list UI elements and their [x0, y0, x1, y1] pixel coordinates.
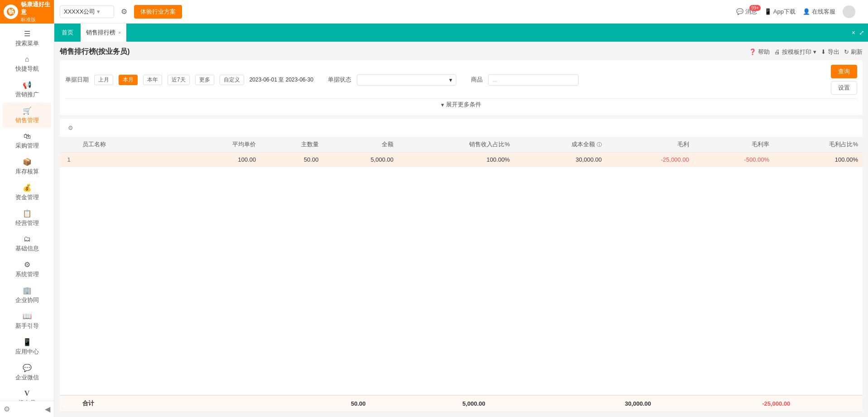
filter-area: 单据日期 上月 本月 本年 近7天 更多 自定义 2023-06-01 至 20… — [60, 60, 863, 115]
sidebar-item-marketing[interactable]: 📢 营销推广 — [3, 77, 51, 102]
finance-icon: 💰 — [23, 183, 32, 192]
date-btn-custom[interactable]: 自定义 — [220, 75, 244, 85]
sidebar-settings-icon[interactable]: ⚙ — [4, 405, 10, 413]
export-button[interactable]: ⬇ 导出 — [821, 48, 839, 56]
search-menu-icon: ☰ — [24, 29, 30, 38]
service-label: 在线客服 — [812, 8, 835, 16]
appcenter-icon: 📱 — [23, 338, 32, 346]
avatar — [843, 5, 855, 18]
home-tab-label: 首页 — [62, 29, 73, 37]
col-cost: 成本全额 ⓘ — [514, 137, 606, 153]
tab-close-icon[interactable]: × — [118, 30, 121, 35]
app-icon: 📱 — [764, 8, 772, 15]
page-header: 销售排行榜(按业务员) ❓ 帮助 🖨 按模板打印 ▾ ⬇ 导出 ↻ 刷新 — [60, 47, 863, 57]
data-table: 员工名称 平均单价 主数量 全额 销售收入占比% 成本全额 ⓘ 毛利 毛利率 毛… — [60, 137, 863, 167]
goods-placeholder: ... — [492, 77, 497, 83]
enterprise-icon: 🏢 — [23, 286, 32, 295]
expand-filters-button[interactable]: ▾ 展开更多条件 — [65, 98, 857, 110]
cell-cost: 30,000.00 — [514, 153, 606, 167]
cell-rank: 1 — [60, 153, 78, 167]
window-restore-icon[interactable]: ⤢ — [859, 29, 864, 36]
filter-row-1: 单据日期 上月 本月 本年 近7天 更多 自定义 2023-06-01 至 20… — [65, 65, 857, 95]
sidebar-item-wechat[interactable]: 💬 企业微信 — [3, 360, 51, 385]
sidebar-item-operations[interactable]: 📋 经营管理 — [3, 206, 51, 231]
window-close-icon[interactable]: × — [852, 29, 855, 36]
sidebar-item-purchase[interactable]: 🛍 采购管理 — [3, 129, 51, 153]
sidebar-nav: ☰ 搜索菜单 ⌂ 快捷导航 📢 营销推广 🛒 销售管理 🛍 采购管理 📦 库存核… — [0, 24, 54, 401]
sidebar-item-label: 搜索菜单 — [15, 39, 39, 48]
template-print-button[interactable]: 🖨 按模板打印 ▾ — [774, 48, 816, 56]
date-range-display: 2023-06-01 至 2023-06-30 — [249, 76, 313, 84]
footer-qty: 50.00 — [281, 396, 370, 412]
topbar-message[interactable]: 💬 消息 99+ — [736, 8, 757, 16]
sidebar-item-label: 经营管理 — [15, 219, 39, 227]
wechat-icon: 💬 — [23, 364, 32, 372]
date-btn-this-year[interactable]: 本年 — [143, 75, 162, 85]
sidebar-item-finance[interactable]: 💰 资金管理 — [3, 180, 51, 205]
sidebar-item-quicknav[interactable]: ⌂ 快捷导航 — [3, 52, 51, 77]
topbar-app-download[interactable]: 📱 App下载 — [764, 8, 796, 16]
sidebar-item-label: 快捷导航 — [15, 65, 39, 73]
date-label: 单据日期 — [65, 76, 89, 84]
sidebar-item-search[interactable]: ☰ 搜索菜单 — [3, 26, 51, 51]
topbar-online-service[interactable]: 👤 在线客服 — [803, 8, 835, 16]
col-gross-rate: 毛利率 — [694, 137, 774, 153]
sidebar-bottom: ⚙ ◀ — [0, 401, 54, 417]
sidebar-item-label: 应用中心 — [15, 348, 39, 356]
settings-button[interactable]: 设置 — [831, 81, 857, 95]
sidebar-item-label: 库存核算 — [15, 168, 39, 176]
company-selector[interactable]: XXXXX公司 ▾ — [60, 5, 114, 18]
sales-icon: 🛒 — [23, 106, 32, 115]
cell-sales-pct: 100.00% — [398, 153, 514, 167]
footer-avg-price — [247, 396, 281, 412]
sidebar-item-label: 新手引导 — [15, 322, 39, 330]
footer-label: 合计 — [78, 396, 247, 412]
topbar-right: 💬 消息 99+ 📱 App下载 👤 在线客服 — [736, 5, 863, 18]
date-btn-this-month[interactable]: 本月 — [119, 75, 138, 85]
table-area: ⚙ 员工名称 平均单价 主数量 全额 销售收入占比% 成本全额 ⓘ 毛利 — [60, 119, 863, 412]
sidebar-item-inventory[interactable]: 📦 库存核算 — [3, 154, 51, 179]
sidebar-item-enterprise[interactable]: 🏢 企业协同 — [3, 283, 51, 308]
status-select[interactable]: ▾ — [357, 74, 456, 86]
cell-gross: -25,000.00 — [606, 153, 694, 167]
system-icon: ⚙ — [24, 260, 30, 269]
page-content: 销售排行榜(按业务员) ❓ 帮助 🖨 按模板打印 ▾ ⬇ 导出 ↻ 刷新 — [54, 42, 868, 417]
tab-sales-ranking[interactable]: 销售排行榜 × — [81, 24, 126, 42]
logo-text1: 畅康通好生意 — [21, 1, 50, 16]
sidebar-item-sales[interactable]: 🛒 销售管理 — [3, 103, 51, 128]
sidebar-item-system[interactable]: ⚙ 系统管理 — [3, 257, 51, 282]
sidebar-item-guide[interactable]: 📖 新手引导 — [3, 308, 51, 334]
sidebar-item-member[interactable]: V 畅会员 — [3, 386, 51, 401]
refresh-button[interactable]: ↻ 刷新 — [844, 48, 863, 56]
purchase-icon: 🛍 — [24, 132, 31, 140]
date-btn-prev-month[interactable]: 上月 — [94, 75, 113, 85]
col-gross-pct: 毛利占比% — [774, 137, 863, 153]
footer-empty — [60, 396, 78, 412]
cost-info-icon[interactable]: ⓘ — [597, 142, 602, 147]
help-button[interactable]: ❓ 帮助 — [749, 48, 770, 56]
topbar-gear-icon[interactable]: ⚙ — [118, 5, 130, 18]
trial-button[interactable]: 体验行业方案 — [134, 5, 182, 19]
sidebar-collapse-icon[interactable]: ◀ — [45, 405, 50, 413]
message-badge: 99+ — [749, 5, 761, 11]
sidebar-item-label: 营销推广 — [15, 91, 39, 99]
column-settings-icon[interactable]: ⚙ — [65, 122, 76, 133]
footer-cost: 30,000.00 — [524, 396, 656, 412]
app-label: App下载 — [773, 8, 796, 16]
message-icon: 💬 — [736, 8, 743, 15]
date-btn-7days[interactable]: 近7天 — [168, 75, 190, 85]
date-btn-more[interactable]: 更多 — [195, 75, 214, 85]
footer-gross-rate — [795, 396, 829, 412]
query-button[interactable]: 查询 — [831, 65, 857, 78]
cell-qty: 50.00 — [260, 153, 323, 167]
sidebar: 畅 畅康通好生意 标准版 ☰ 搜索菜单 ⌂ 快捷导航 📢 营销推广 🛒 销售管理… — [0, 0, 54, 417]
goods-input[interactable]: ... — [488, 74, 579, 86]
col-rank — [60, 137, 78, 153]
status-chevron-icon: ▾ — [449, 77, 452, 83]
logo-icon: 畅 — [4, 5, 18, 19]
tab-home[interactable]: 首页 — [54, 24, 81, 42]
chevron-down-icon: ▾ — [97, 8, 100, 15]
sidebar-item-appcenter[interactable]: 📱 应用中心 — [3, 334, 51, 359]
sidebar-item-basicinfo[interactable]: 🗂 基础信息 — [3, 231, 51, 256]
sidebar-item-label: 销售管理 — [15, 116, 39, 125]
